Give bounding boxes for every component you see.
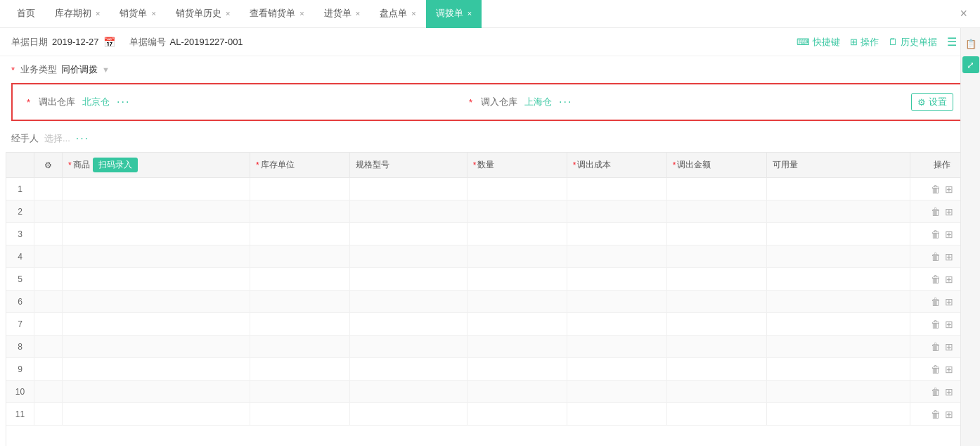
td-amount-9[interactable] (667, 358, 767, 380)
copy-icon-10[interactable]: ⊞ (945, 386, 953, 397)
td-unit-11[interactable] (250, 403, 350, 425)
td-qty-9[interactable] (468, 358, 567, 380)
td-product-9[interactable] (63, 358, 250, 380)
td-product-5[interactable] (63, 268, 250, 290)
warehouse-in-more[interactable]: ··· (559, 96, 572, 108)
td-cost-3[interactable] (567, 223, 667, 245)
td-product-6[interactable] (63, 291, 250, 312)
tab-inventory-check[interactable]: 盘点单 × (370, 0, 425, 28)
tab-purchase-order[interactable]: 进货单 × (314, 0, 370, 28)
td-product-7[interactable] (63, 313, 250, 335)
close-transfer[interactable]: × (468, 9, 472, 18)
warehouse-out-more[interactable]: ··· (117, 96, 130, 108)
td-qty-2[interactable] (468, 200, 567, 222)
td-cost-8[interactable] (567, 336, 667, 357)
td-spec-10[interactable] (350, 381, 468, 402)
td-cost-9[interactable] (567, 358, 667, 380)
close-inventory-check[interactable]: × (411, 9, 415, 18)
tab-view-sales[interactable]: 查看销货单 × (240, 0, 314, 28)
td-unit-5[interactable] (250, 268, 350, 290)
shortcut-btn[interactable]: ⌨ 快捷键 (797, 36, 840, 49)
delete-icon-4[interactable]: 🗑 (931, 251, 941, 262)
td-unit-4[interactable] (250, 246, 350, 267)
operations-btn[interactable]: ⊞ 操作 (850, 36, 879, 49)
td-spec-6[interactable] (350, 291, 468, 312)
copy-icon-2[interactable]: ⊞ (945, 206, 953, 217)
td-amount-5[interactable] (667, 268, 767, 290)
td-product-2[interactable] (63, 200, 250, 222)
copy-icon-1[interactable]: ⊞ (945, 184, 953, 195)
td-cost-4[interactable] (567, 246, 667, 267)
copy-icon-5[interactable]: ⊞ (945, 274, 953, 285)
close-all-tabs[interactable]: × (954, 6, 973, 21)
delete-icon-8[interactable]: 🗑 (931, 341, 941, 352)
close-inventory-init[interactable]: × (96, 9, 100, 18)
copy-icon-7[interactable]: ⊞ (945, 319, 953, 330)
td-spec-8[interactable] (350, 336, 468, 357)
td-amount-4[interactable] (667, 246, 767, 267)
view-list-icon[interactable]: ☰ (947, 35, 957, 49)
delete-icon-7[interactable]: 🗑 (931, 319, 941, 330)
td-product-11[interactable] (63, 403, 250, 425)
tab-inventory-init[interactable]: 库存期初 × (45, 0, 110, 28)
td-product-10[interactable] (63, 381, 250, 402)
td-product-4[interactable] (63, 246, 250, 267)
td-spec-2[interactable] (350, 200, 468, 222)
tab-sales-history[interactable]: 销货单历史 × (166, 0, 240, 28)
td-amount-6[interactable] (667, 291, 767, 312)
td-qty-5[interactable] (468, 268, 567, 290)
td-product-3[interactable] (63, 223, 250, 245)
td-unit-1[interactable] (250, 178, 350, 200)
delete-icon-11[interactable]: 🗑 (931, 409, 941, 420)
td-qty-7[interactable] (468, 313, 567, 335)
delete-icon-3[interactable]: 🗑 (931, 229, 941, 240)
td-qty-6[interactable] (468, 291, 567, 312)
delete-icon-6[interactable]: 🗑 (931, 296, 941, 307)
tab-sales-order[interactable]: 销货单 × (110, 0, 165, 28)
delete-icon-2[interactable]: 🗑 (931, 206, 941, 217)
td-cost-11[interactable] (567, 403, 667, 425)
td-amount-2[interactable] (667, 200, 767, 222)
td-spec-5[interactable] (350, 268, 468, 290)
close-purchase-order[interactable]: × (356, 9, 360, 18)
sidebar-expand-icon[interactable]: ⤢ (962, 56, 979, 73)
td-unit-7[interactable] (250, 313, 350, 335)
td-unit-3[interactable] (250, 223, 350, 245)
td-product-1[interactable] (63, 178, 250, 200)
td-unit-10[interactable] (250, 381, 350, 402)
copy-icon-8[interactable]: ⊞ (945, 341, 953, 352)
td-spec-9[interactable] (350, 358, 468, 380)
td-amount-7[interactable] (667, 313, 767, 335)
td-qty-1[interactable] (468, 178, 567, 200)
td-qty-11[interactable] (468, 403, 567, 425)
td-amount-10[interactable] (667, 381, 767, 402)
td-amount-11[interactable] (667, 403, 767, 425)
tab-home[interactable]: 首页 (7, 0, 45, 28)
close-sales-order[interactable]: × (151, 9, 155, 18)
scan-input-btn[interactable]: 扫码录入 (93, 158, 138, 172)
delete-icon-10[interactable]: 🗑 (931, 386, 941, 397)
td-unit-8[interactable] (250, 336, 350, 357)
business-type-dropdown[interactable]: ▼ (102, 65, 110, 74)
td-spec-4[interactable] (350, 246, 468, 267)
td-unit-6[interactable] (250, 291, 350, 312)
close-sales-history[interactable]: × (226, 9, 230, 18)
sidebar-notes-icon[interactable]: 📋 (962, 35, 979, 52)
td-qty-8[interactable] (468, 336, 567, 357)
tab-transfer[interactable]: 调拨单 × (426, 0, 482, 28)
copy-icon-9[interactable]: ⊞ (945, 364, 953, 375)
td-qty-3[interactable] (468, 223, 567, 245)
td-amount-8[interactable] (667, 336, 767, 357)
td-product-8[interactable] (63, 336, 250, 357)
warehouse-settings-btn[interactable]: ⚙ 设置 (911, 93, 953, 111)
td-qty-10[interactable] (468, 381, 567, 402)
close-view-sales[interactable]: × (299, 9, 304, 18)
td-unit-2[interactable] (250, 200, 350, 222)
td-spec-1[interactable] (350, 178, 468, 200)
td-amount-1[interactable] (667, 178, 767, 200)
td-cost-1[interactable] (567, 178, 667, 200)
delete-icon-9[interactable]: 🗑 (931, 364, 941, 375)
delete-icon-1[interactable]: 🗑 (931, 184, 941, 195)
td-spec-11[interactable] (350, 403, 468, 425)
calendar-icon[interactable]: 📅 (103, 37, 115, 48)
